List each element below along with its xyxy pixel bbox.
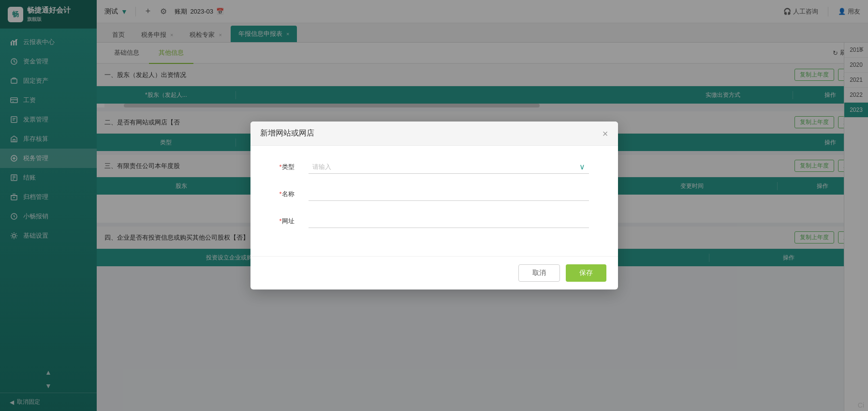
modal-header: 新增网站或网店 × [250,122,618,146]
cancel-btn[interactable]: 取消 [518,264,560,282]
modal-body: *类型 ∨ *名称 *网址 [250,146,618,256]
watermark: Ci [854,399,868,411]
name-label-text: 名称 [282,190,294,198]
type-dropdown-icon[interactable]: ∨ [575,162,589,171]
name-input[interactable] [309,187,589,200]
form-row-name: *名称 [280,187,589,201]
type-label-text: 类型 [282,163,294,170]
modal-overlay: 新增网站或网店 × *类型 ∨ *名称 [0,0,868,411]
url-input[interactable] [309,214,589,228]
modal-close-btn[interactable]: × [603,129,608,138]
modal-title: 新增网站或网店 [260,128,314,138]
url-label-text: 网址 [282,217,294,225]
type-label: *类型 [280,163,309,171]
type-input[interactable] [309,160,575,173]
modal-footer: 取消 保存 [250,256,618,289]
modal: 新增网站或网店 × *类型 ∨ *名称 [250,122,618,289]
name-field-wrap [309,187,589,201]
form-row-url: *网址 [280,214,589,228]
type-field-wrap: ∨ [309,160,589,174]
url-label: *网址 [280,217,309,226]
form-row-type: *类型 ∨ [280,160,589,174]
name-label: *名称 [280,190,309,198]
url-field-wrap [309,214,589,228]
save-btn[interactable]: 保存 [566,264,606,282]
